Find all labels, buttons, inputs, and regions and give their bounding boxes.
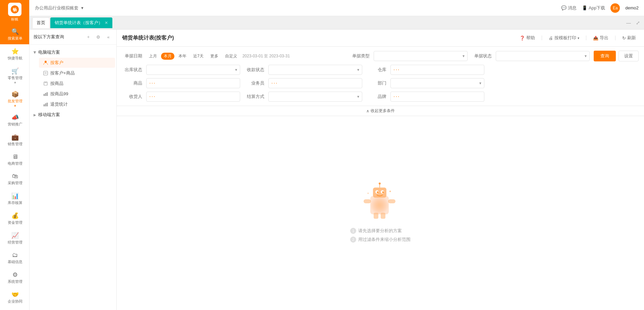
dept-label: 部门 [366, 80, 386, 86]
svg-point-20 [379, 183, 381, 185]
filter-row-1: 单据日期 上月 本月 本年 近7天 更多 自定义 2023-03-01 至 20… [122, 51, 639, 61]
sidebar-item-shortcut[interactable]: ⭐ 快捷导航 [0, 44, 29, 64]
tree-arrow-desktop: ▶ [33, 51, 37, 54]
svg-rect-13 [370, 196, 389, 214]
user-avatar[interactable]: Ea [610, 3, 620, 13]
sidebar-item-purchase[interactable]: 🛍 采购管理 [0, 169, 29, 189]
doc-type-control[interactable]: ▾ [374, 51, 468, 61]
settlement-select[interactable]: ▾ [268, 92, 362, 102]
export-btn[interactable]: 📤 导出 [590, 34, 611, 42]
sidebar-item-sales[interactable]: 💼 销售管理 [0, 130, 29, 150]
search-btn[interactable]: 查询 [594, 51, 616, 61]
tree-desktop-label: 电脑端方案 [38, 49, 60, 55]
payment-status-select[interactable]: ▾ [268, 65, 362, 75]
sidebar-item-operation[interactable]: 📈 经营管理 [0, 228, 29, 248]
settlement-control[interactable]: ▾ [268, 92, 362, 102]
scheme-by-goods-99-label: 按商品99 [50, 91, 68, 97]
user-name[interactable]: demo2 [625, 5, 639, 10]
scheme-by-goods[interactable]: 按商品 [39, 79, 115, 89]
scheme-by-customer[interactable]: 按客户 [39, 58, 115, 68]
sidebar-item-marketing[interactable]: 📣 营销推广 [0, 110, 29, 130]
sidebar-item-basic[interactable]: 🗂 基础信息 [0, 248, 29, 268]
doc-type-select[interactable]: ▾ [374, 51, 468, 61]
goods-control[interactable]: ··· [146, 78, 240, 88]
salesman-control[interactable]: ··· [268, 78, 362, 88]
scheme-by-goods-99[interactable]: 按商品99 [39, 89, 115, 99]
maximize-btn[interactable]: ⤢ [635, 19, 641, 26]
out-status-select[interactable]: ▾ [146, 65, 240, 75]
message-action[interactable]: 💬 消息 [561, 5, 577, 11]
out-status-control[interactable]: ▾ [146, 65, 240, 75]
dept-control[interactable]: ▾ [390, 78, 484, 88]
sidebar-item-ecom[interactable]: 🖥 电商管理 [0, 150, 29, 169]
app-download-label: App下载 [589, 5, 605, 11]
date-tab-this-year[interactable]: 本年 [176, 53, 189, 60]
main-wrapper: 办公用品行业模拟账套 ▾ 💬 消息 📱 App下载 Ea demo2 首页 销货… [30, 0, 644, 310]
brand-select[interactable]: ··· [390, 92, 484, 102]
help-btn[interactable]: ❓ 帮助 [517, 34, 538, 42]
purchase-icon: 🛍 [12, 173, 18, 180]
salesman-select[interactable]: ··· [268, 78, 362, 88]
tab-sales-stat[interactable]: 销货单统计表（按客户） ✕ [50, 17, 112, 28]
refresh-icon: ↻ [622, 36, 626, 41]
page-header: 销货单统计表(按客户) ❓ 帮助 🖨 按模板打印 ▾ 📤 [117, 30, 644, 47]
sidebar-item-corp[interactable]: 🤝 企业协同 [0, 288, 29, 307]
scheme-settings-btn[interactable]: ⚙ [94, 33, 102, 41]
sidebar-item-inventory[interactable]: 📊 库存核算 [0, 189, 29, 209]
svg-rect-23 [374, 213, 378, 219]
brand-control[interactable]: ··· [390, 92, 484, 102]
dept-select[interactable]: ▾ [390, 78, 484, 88]
refresh-btn[interactable]: ↻ 刷新 [620, 34, 639, 42]
operation-icon: 📈 [11, 232, 19, 239]
collapse-panel-btn[interactable]: « [104, 33, 112, 41]
doc-status-select[interactable]: ▾ [496, 51, 590, 61]
svg-rect-3 [44, 71, 48, 75]
sidebar-retail-label: 零售管理 [8, 75, 22, 81]
date-range-text: 2023-03-01 至 2023-03-31 [243, 53, 290, 59]
message-icon: 💬 [561, 5, 567, 10]
date-tab-last-month[interactable]: 上月 [146, 53, 160, 60]
header-left: 办公用品行业模拟账套 ▾ [35, 5, 84, 11]
tree-mobile-parent[interactable]: ▶ 移动端方案 [30, 110, 116, 120]
date-tab-custom[interactable]: 自定义 [222, 53, 240, 60]
collapse-filter-row[interactable]: ∧ 收起更多条件 [117, 106, 644, 116]
tip-item-1: 1 请先选择要分析的方案 [350, 228, 411, 234]
sidebar-item-newbie[interactable]: 🚀 新手引导 [0, 307, 29, 310]
tab-home[interactable]: 首页 [32, 17, 50, 28]
sidebar-corp-label: 企业协同 [8, 299, 22, 304]
sidebar-item-search[interactable]: 🔍 搜索菜单 [0, 24, 29, 44]
collapse-filter-label: 收起更多条件 [371, 108, 395, 114]
date-tab-this-month[interactable]: 本月 [161, 53, 174, 60]
tab-close-icon[interactable]: ✕ [105, 20, 108, 25]
settings-btn[interactable]: 设置 [619, 51, 639, 61]
chevron-down-icon-6: ▾ [357, 94, 359, 99]
basic-icon: 🗂 [12, 252, 18, 259]
app-logo[interactable]: 畅 标账 [0, 0, 29, 24]
date-tab-more[interactable]: 更多 [208, 53, 221, 60]
header-dropdown-arrow[interactable]: ▾ [81, 5, 84, 10]
tree-desktop-parent[interactable]: ▶ 电脑端方案 [30, 47, 116, 57]
header-right: 💬 消息 📱 App下载 Ea demo2 [561, 3, 639, 13]
receiver-select[interactable]: ··· [146, 92, 240, 102]
sidebar-item-system[interactable]: ⚙ 系统管理 [0, 268, 29, 288]
user-icon [43, 60, 48, 65]
date-tab-last-7[interactable]: 近7天 [191, 53, 206, 60]
print-btn[interactable]: 🖨 按模板打印 ▾ [546, 34, 582, 42]
payment-status-control[interactable]: ▾ [268, 65, 362, 75]
app-download-action[interactable]: 📱 App下载 [582, 5, 605, 11]
svg-rect-22 [388, 199, 395, 203]
sidebar-item-wholesale[interactable]: 📦 批发管理 ▲ [0, 87, 29, 110]
doc-status-control[interactable]: ▾ [496, 51, 590, 61]
goods-select[interactable]: ··· [146, 78, 240, 88]
receiver-control[interactable]: ··· [146, 92, 240, 102]
sidebar-item-retail[interactable]: 🛒 零售管理 ▲ [0, 64, 29, 87]
minimize-btn[interactable]: — [625, 19, 632, 26]
sidebar-item-finance[interactable]: 💰 资金管理 [0, 209, 29, 228]
warehouse-control[interactable]: ··· [390, 65, 484, 75]
sidebar-operation-label: 经营管理 [8, 240, 22, 245]
warehouse-select[interactable]: ··· [390, 65, 484, 75]
scheme-return-stat[interactable]: 退货统计 [39, 99, 115, 109]
scheme-by-customer-goods[interactable]: 按客户+商品 [39, 68, 115, 78]
chevron-down-icon-5: ▾ [479, 81, 481, 86]
add-scheme-btn[interactable]: ＋ [84, 33, 92, 41]
